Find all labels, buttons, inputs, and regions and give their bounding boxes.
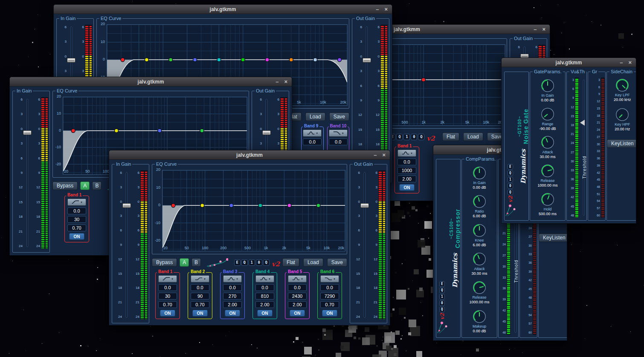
titlebar[interactable]: jalv.gtkmm – ×	[109, 150, 390, 160]
band-q-spin[interactable]: 0.70	[67, 225, 86, 231]
threshold-handle[interactable]	[580, 120, 585, 126]
ab-a-button[interactable]: A	[180, 258, 189, 267]
band-enable-button[interactable]: ON	[290, 310, 305, 317]
knob-makeup[interactable]: Makeup 0.00 dB	[472, 309, 487, 334]
knob-key-hpf[interactable]: Key HPF 20.00 Hz	[615, 107, 630, 132]
load-button[interactable]: Load	[303, 258, 323, 267]
slider-handle[interactable]	[363, 58, 371, 63]
minimize-button[interactable]: –	[374, 151, 377, 159]
band-handle-dot[interactable]	[265, 58, 269, 62]
knob-dial[interactable]	[472, 252, 487, 266]
save-button[interactable]: Save	[327, 258, 347, 267]
band-q-spin[interactable]: 0.70	[158, 301, 177, 308]
minimize-button[interactable]: –	[376, 5, 379, 14]
band-handle-dot[interactable]	[241, 58, 245, 62]
knob-dial[interactable]	[540, 164, 555, 178]
knob-attack[interactable]: Attack 30.00 ms	[540, 135, 555, 159]
band-q-spin[interactable]: 2.00	[223, 301, 242, 308]
load-button[interactable]: Load	[305, 112, 325, 121]
close-button[interactable]: ×	[382, 151, 386, 159]
band-handle-dot[interactable]	[229, 204, 233, 207]
band-enable-button[interactable]: ON	[322, 310, 337, 317]
knob-in-gain[interactable]: In Gain 0.00 dB	[472, 166, 487, 190]
band-handle-dot[interactable]	[287, 204, 291, 207]
knob-range[interactable]: Range -90.00 dB	[539, 107, 556, 131]
band-handle-dot[interactable]	[169, 58, 173, 62]
minimize-button[interactable]: –	[620, 58, 623, 67]
band-handle-dot[interactable]	[171, 204, 175, 207]
band-q-spin[interactable]: 2.00	[255, 301, 274, 308]
band-gain-spin[interactable]: 0.0	[255, 284, 274, 291]
knob-in-gain[interactable]: In Gain 0.00 dB	[540, 78, 555, 103]
band-handle-dot[interactable]	[193, 58, 197, 62]
knob-attack[interactable]: Attack 30.00 ms	[471, 252, 487, 276]
close-button[interactable]: ×	[628, 58, 632, 67]
in-gain-slider[interactable]	[23, 97, 31, 249]
band-q-spin[interactable]: 0.70	[191, 301, 209, 308]
load-button[interactable]: Load	[463, 132, 483, 141]
slider-handle[interactable]	[122, 203, 131, 208]
keylisten-button[interactable]: KeyListen	[539, 233, 567, 242]
band-handle-dot[interactable]	[289, 58, 293, 62]
knob-hold[interactable]: Hold 500.00 ms	[539, 192, 557, 216]
knob-release[interactable]: Release 1000.00 ms	[537, 164, 557, 188]
filter-type-dropdown[interactable]: ▾	[397, 150, 416, 157]
band-enable-button[interactable]: ON	[225, 310, 240, 317]
band-handle-dot[interactable]	[217, 58, 221, 62]
titlebar[interactable]: jalv.gtkmm – ×	[502, 58, 636, 67]
band-gain-spin[interactable]: 0.0	[191, 284, 209, 291]
knob-dial[interactable]	[615, 107, 629, 122]
band-gain-spin[interactable]: 0.0	[320, 284, 339, 291]
close-button[interactable]: ×	[542, 25, 545, 34]
slider-handle[interactable]	[67, 58, 75, 63]
knob-dial[interactable]	[540, 107, 555, 121]
band-handle-dot[interactable]	[200, 129, 204, 132]
ab-b-button[interactable]: B	[92, 181, 102, 190]
filter-type-dropdown[interactable]: ▾	[329, 130, 348, 137]
keylisten-button[interactable]: KeyListen	[607, 139, 636, 148]
band-gain-spin[interactable]: 0.0	[329, 138, 348, 145]
knob-dial[interactable]	[472, 280, 487, 295]
ab-a-button[interactable]: A	[80, 181, 90, 190]
band-handle-dot[interactable]	[422, 78, 426, 82]
in-gain-slider[interactable]	[123, 170, 131, 320]
eq-curve-plot[interactable]: 20501002005001k2k5k10k20k	[162, 170, 345, 251]
band-handle-dot[interactable]	[200, 204, 204, 207]
band-enable-button[interactable]: ON	[257, 310, 273, 317]
slider-handle[interactable]	[360, 203, 369, 208]
band-q-spin[interactable]: 2.00	[397, 176, 416, 182]
band-handle-dot[interactable]	[145, 58, 148, 62]
band-gain-spin[interactable]: 0.0	[288, 284, 307, 291]
band-handle-dot[interactable]	[158, 129, 162, 132]
band-enable-button[interactable]: ON	[160, 310, 175, 317]
flat-button[interactable]: Flat	[442, 132, 459, 141]
band-freq-spin[interactable]: 270	[223, 293, 242, 299]
band-handle-dot[interactable]	[258, 204, 262, 207]
band-enable-button[interactable]: ON	[192, 310, 208, 317]
knob-key-lpf[interactable]: Key LPF 20.00 kHz	[614, 78, 631, 102]
out-gain-slider[interactable]	[361, 170, 368, 320]
knob-dial[interactable]	[540, 78, 555, 93]
minimize-button[interactable]: –	[276, 78, 278, 86]
knob-dial[interactable]	[472, 166, 487, 180]
band-handle-dot[interactable]	[71, 129, 75, 132]
filter-type-dropdown[interactable]: ▾	[191, 275, 209, 282]
titlebar[interactable]: jalv.gtkmm – ×	[54, 5, 392, 14]
save-button[interactable]: Save	[329, 112, 349, 121]
close-button[interactable]: ×	[384, 5, 388, 14]
bypass-button[interactable]: Bypass	[52, 181, 78, 190]
knob-dial[interactable]	[472, 223, 487, 238]
titlebar[interactable]: jalv.gtkmm – ×	[10, 77, 292, 86]
slider-handle[interactable]	[23, 130, 32, 135]
band-q-spin[interactable]: 0.70	[320, 301, 339, 308]
band-handle-dot[interactable]	[121, 58, 125, 62]
knob-dial[interactable]	[615, 78, 629, 92]
band-freq-spin[interactable]: 30	[67, 216, 86, 223]
slider-handle[interactable]	[262, 130, 271, 135]
knob-ratio[interactable]: Ratio 6.00 dB	[472, 194, 487, 219]
band-freq-spin[interactable]: 90	[191, 293, 209, 299]
filter-type-dropdown[interactable]: ▾	[320, 275, 339, 282]
band-freq-spin[interactable]: 30	[158, 293, 177, 299]
minimize-button[interactable]: –	[534, 25, 537, 34]
band-gain-spin[interactable]: 0.0	[303, 138, 322, 145]
